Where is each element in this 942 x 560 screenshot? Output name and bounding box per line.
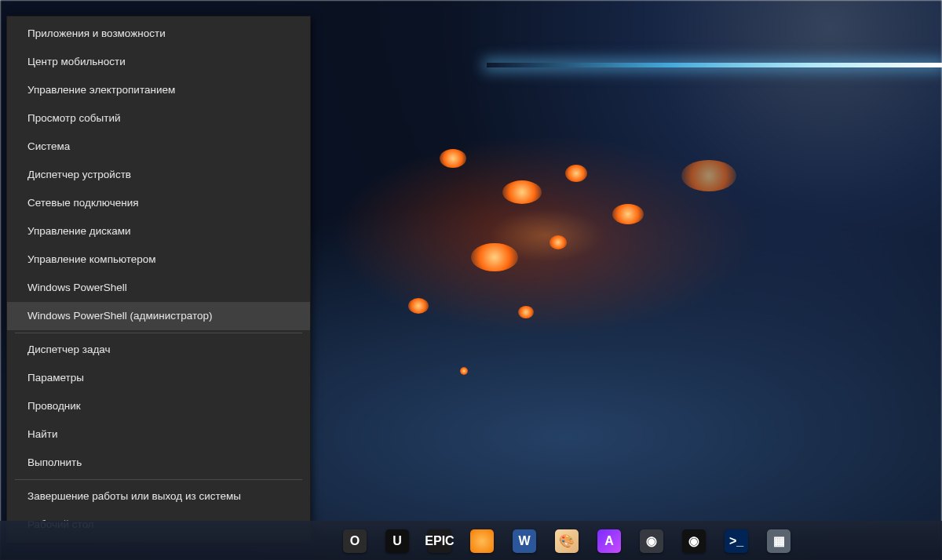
menu-item[interactable]: Windows PowerShell (администратор) [7,302,310,330]
ember [440,149,466,168]
ember [502,180,542,204]
origin-icon: O [343,529,367,553]
taskbar-icon-app[interactable]: ▦ [760,522,798,560]
menu-item[interactable]: Найти [7,420,310,449]
menu-item[interactable]: Просмотр событий [7,104,310,133]
menu-item[interactable]: Управление компьютером [7,245,310,274]
menu-item[interactable]: Приложения и возможности [7,20,310,48]
taskbar-icon-origin[interactable]: O [336,522,374,560]
menu-item[interactable]: Управление дисками [7,217,310,245]
ember [550,235,567,249]
taskbar-icon-cloudflare[interactable] [463,522,501,560]
ember [612,204,644,224]
menu-item[interactable]: Windows PowerShell [7,274,310,302]
lens-flare [487,63,942,67]
ember [460,367,468,375]
paint-icon: 🎨 [555,529,579,553]
nvidia-icon: ◉ [682,529,706,553]
taskbar-icon-discord[interactable]: ◉ [633,522,670,560]
taskbar-icon-nvidia[interactable]: ◉ [675,522,713,560]
menu-item[interactable]: Управление электропитанием [7,76,310,104]
app-icon: ▦ [767,529,790,553]
cloudflare-icon [470,529,494,553]
menu-item[interactable]: Завершение работы или выход из системы [7,482,310,511]
taskbar-icon-ubisoft[interactable]: U [378,522,416,560]
menu-item[interactable]: Система [7,133,310,161]
ember [408,298,429,314]
taskbar-icon-paint[interactable]: 🎨 [548,522,586,560]
ember [681,160,736,191]
ember [471,243,518,271]
menu-item[interactable]: Выполнить [7,449,310,477]
menu-separator [15,479,302,480]
menu-item[interactable]: Центр мобильности [7,48,310,76]
ember [518,306,534,318]
menu-item[interactable]: Сетевые подключения [7,189,310,217]
discord-icon: ◉ [640,529,663,553]
menu-separator [15,333,302,333]
winx-context-menu[interactable]: Приложения и возможностиЦентр мобильност… [6,16,311,543]
ubisoft-icon: U [385,529,409,553]
ember [565,165,587,182]
affinity-icon: A [597,529,621,553]
taskbar-icon-affinity[interactable]: A [590,522,628,560]
taskbar-icon-word[interactable]: W [506,522,543,560]
word-icon: W [513,529,536,553]
menu-item[interactable]: Диспетчер задач [7,336,310,364]
epic-icon: EPIC [428,529,451,553]
menu-item[interactable]: Диспетчер устройств [7,161,310,189]
menu-item[interactable]: Параметры [7,364,310,392]
powershell-icon: >_ [725,529,748,553]
menu-item[interactable]: Проводник [7,392,310,420]
taskbar-icon-powershell[interactable]: >_ [717,522,755,560]
taskbar: OUEPICW🎨A◉◉>_▦ [0,521,942,560]
taskbar-icon-epic[interactable]: EPIC [421,522,458,560]
